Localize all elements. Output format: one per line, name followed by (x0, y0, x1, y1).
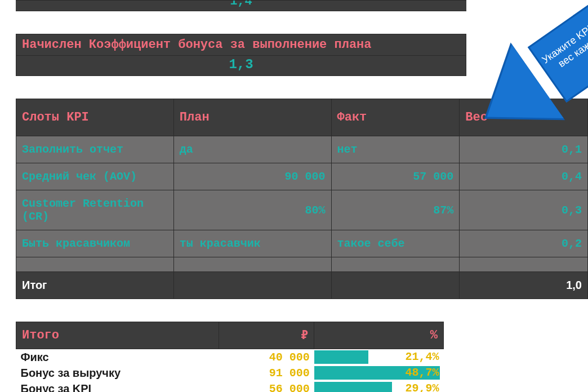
kpi-blank-row (16, 257, 588, 272)
summary-header-pct: % (314, 322, 444, 349)
coefficient-title: Начислен Коэффициент бонуса за выполнени… (22, 38, 372, 52)
prev-coefficient-block: 1,4 (16, 0, 466, 11)
kpi-total-empty (331, 272, 460, 299)
summary-block: Итого ₽ % Фикс40 00021,4%Бонус за выручк… (16, 322, 444, 392)
kpi-blank-cell (16, 257, 174, 272)
kpi-slot-cell: Быть красавчиком (16, 230, 174, 257)
kpi-plan-cell: 80% (173, 190, 331, 230)
kpi-ves-cell: 0,4 (460, 163, 588, 190)
summary-table: Итого ₽ % Фикс40 00021,4%Бонус за выручк… (16, 322, 444, 392)
table-row: Бонус за выручку91 00048,7% (16, 365, 444, 381)
prev-coefficient-value: 1,4 (16, 0, 466, 11)
kpi-slot-cell: Заполнить отчет (16, 136, 174, 163)
summary-header-label: Итого (16, 322, 219, 349)
kpi-slot-cell: Customer Retention (CR) (16, 190, 174, 230)
kpi-total-row: Итог1,0 (16, 272, 588, 299)
summary-header-row: Итого ₽ % (16, 322, 444, 349)
kpi-fakt-cell: 57 000 (331, 163, 460, 190)
summary-pct-text: 21,4% (314, 349, 444, 365)
kpi-blank-cell (173, 257, 331, 272)
coefficient-block: Начислен Коэффициент бонуса за выполнени… (16, 34, 466, 76)
summary-label-cell: Бонус за KPI (16, 381, 219, 392)
kpi-ves-cell: 0,3 (460, 190, 588, 230)
kpi-plan-cell: 90 000 (173, 163, 331, 190)
summary-pct-cell: 21,4% (314, 349, 444, 366)
summary-label-cell: Фикс (16, 349, 219, 366)
kpi-blank-cell (331, 257, 460, 272)
coefficient-title-row: Начислен Коэффициент бонуса за выполнени… (16, 34, 466, 56)
table-row: Бонус за KPI56 00029,9% (16, 381, 444, 392)
kpi-plan-cell: ты красавчик (173, 230, 331, 257)
kpi-header-fakt: Факт (331, 99, 460, 136)
summary-pct-text: 29,9% (314, 381, 444, 392)
kpi-header-slots: Слоты KPI (16, 99, 174, 136)
kpi-fakt-cell: нет (331, 136, 460, 163)
table-row: Customer Retention (CR)80%87%0,3 (16, 190, 588, 230)
kpi-slot-cell: Средний чек (AOV) (16, 163, 174, 190)
summary-pct-cell: 48,7% (314, 365, 444, 381)
table-row: Быть красавчикомты красавчиктакое себе0,… (16, 230, 588, 257)
kpi-fakt-cell: такое себе (331, 230, 460, 257)
summary-label-cell: Бонус за выручку (16, 365, 219, 381)
summary-pct-cell: 29,9% (314, 381, 444, 392)
coefficient-value: 1,3 (229, 57, 253, 72)
table-row: Фикс40 00021,4% (16, 349, 444, 366)
kpi-total-empty (173, 272, 331, 299)
summary-header-rub: ₽ (219, 322, 314, 349)
summary-rub-cell: 91 000 (219, 365, 314, 381)
kpi-total-ves: 1,0 (460, 272, 588, 299)
kpi-total-label: Итог (16, 272, 174, 299)
summary-pct-text: 48,7% (314, 365, 444, 381)
kpi-plan-cell: да (173, 136, 331, 163)
table-row: Средний чек (AOV)90 00057 0000,4 (16, 163, 588, 190)
summary-rub-cell: 40 000 (219, 349, 314, 366)
kpi-blank-cell (460, 257, 588, 272)
kpi-ves-cell: 0,2 (460, 230, 588, 257)
kpi-fakt-cell: 87% (331, 190, 460, 230)
coefficient-value-row: 1,3 (16, 56, 466, 76)
kpi-header-plan: План (173, 99, 331, 136)
summary-rub-cell: 56 000 (219, 381, 314, 392)
